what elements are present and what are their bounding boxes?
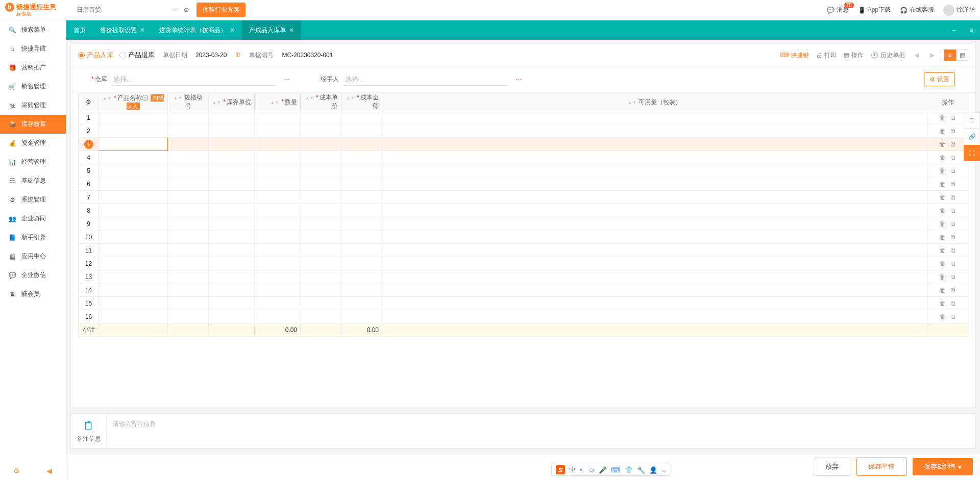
close-icon[interactable]: ✕	[230, 27, 235, 34]
delete-row-button[interactable]: 🗑	[940, 194, 946, 201]
copy-row-button[interactable]: ⧉	[951, 114, 955, 121]
table-row[interactable]: 1🗑⧉	[79, 111, 968, 124]
copy-row-button[interactable]: ⧉	[951, 287, 955, 294]
table-row[interactable]: 11🗑⧉	[79, 244, 968, 257]
sidebar-settings-button[interactable]: ⚙	[0, 462, 33, 480]
close-icon[interactable]: ✕	[140, 27, 145, 34]
tabs-minimize-button[interactable]: –	[945, 27, 963, 34]
col-price-header[interactable]: ▲▼*成本单价	[301, 93, 341, 111]
radio-product-in[interactable]: 产品入库	[78, 50, 113, 60]
table-row[interactable]: 2🗑⧉	[79, 124, 968, 138]
delete-row-button[interactable]: 🗑	[940, 234, 946, 241]
save-new-button[interactable]: 保存&新增▾	[913, 458, 973, 475]
delete-row-button[interactable]: 🗑	[940, 300, 946, 307]
gear-icon[interactable]: ⚙	[184, 7, 189, 14]
col-avail-header[interactable]: ▲▼可用量（包装）	[382, 93, 927, 111]
table-row[interactable]: 10🗑⧉	[79, 231, 968, 244]
add-row-button[interactable]: +	[84, 140, 93, 149]
delete-row-button[interactable]: 🗑	[940, 141, 946, 148]
col-name-header[interactable]: ▲▼*产品名称ⓘ 扫码录入	[99, 93, 168, 111]
copy-row-button[interactable]: ⧉	[951, 260, 955, 267]
ime-punct-icon[interactable]: •,	[580, 466, 584, 474]
product-name-cell[interactable]	[99, 270, 168, 284]
float-note-button[interactable]: 🗒	[964, 112, 980, 129]
product-name-cell[interactable]	[99, 244, 168, 257]
discard-button[interactable]: 放弃	[814, 458, 850, 476]
col-spec-header[interactable]: ▲▼规格型号	[168, 93, 209, 111]
table-row[interactable]: 5🗑⧉	[79, 164, 968, 178]
sidebar-item-purchase[interactable]: 🛍采购管理	[0, 96, 66, 115]
col-amount-header[interactable]: ▲▼*成本金额	[341, 93, 382, 111]
sidebar-item-finance[interactable]: 💰资金管理	[0, 134, 66, 153]
messages-button[interactable]: 💬 消息 70	[827, 6, 849, 14]
product-name-cell[interactable]	[99, 164, 168, 178]
next-doc-button[interactable]: ▶	[928, 52, 937, 59]
table-row[interactable]: 13🗑⧉	[79, 270, 968, 284]
ime-tool-icon[interactable]: 🔧	[637, 466, 645, 474]
col-qty-header[interactable]: ▲▼*数量	[255, 93, 301, 111]
more-icon[interactable]: ⋯	[516, 76, 522, 83]
trial-button[interactable]: 体验行业方案	[197, 3, 246, 17]
copy-row-button[interactable]: ⧉	[951, 273, 955, 281]
delete-row-button[interactable]: 🗑	[940, 260, 946, 267]
copy-row-button[interactable]: ⧉	[951, 300, 955, 307]
ime-lang[interactable]: 中	[569, 465, 576, 474]
print-button[interactable]: 🖨打印	[816, 51, 837, 60]
product-name-cell[interactable]	[99, 124, 168, 138]
product-name-cell[interactable]	[99, 151, 168, 164]
product-name-cell[interactable]	[99, 111, 168, 124]
table-row[interactable]: 14🗑⧉	[79, 284, 968, 297]
delete-row-button[interactable]: 🗑	[940, 128, 946, 135]
ime-emoji-icon[interactable]: ☺	[588, 466, 595, 474]
table-row[interactable]: 9🗑⧉	[79, 217, 968, 231]
user-menu[interactable]: 徐泽华	[943, 5, 975, 16]
shortcut-button[interactable]: ⌨快捷键	[780, 51, 809, 60]
ime-toolbar[interactable]: S 中 •, ☺ 🎤 ⌨ 👕 🔧 👤 ≡	[551, 464, 670, 476]
save-draft-button[interactable]: 保存草稿	[856, 458, 906, 476]
tab-purchase-report[interactable]: 进货单统计表（按商品）✕	[152, 20, 242, 40]
copy-row-button[interactable]: ⧉	[951, 313, 955, 320]
table-row[interactable]: 12🗑⧉	[79, 257, 968, 270]
sidebar-item-business[interactable]: 📊经营管理	[0, 153, 66, 171]
delete-row-button[interactable]: 🗑	[940, 247, 946, 254]
product-name-cell[interactable]	[99, 191, 168, 204]
copy-row-button[interactable]: ⧉	[951, 141, 955, 148]
table-row[interactable]: 15🗑⧉	[79, 297, 968, 310]
table-row[interactable]: +🗑⧉	[79, 138, 968, 151]
sidebar-item-collab[interactable]: 👥企业协同	[0, 209, 66, 228]
sidebar-item-appcenter[interactable]: ▦应用中心	[0, 247, 66, 266]
history-button[interactable]: 🕘历史单据	[871, 51, 905, 60]
sidebar-item-guide[interactable]: 📘新手引导	[0, 228, 66, 247]
product-name-cell[interactable]	[99, 231, 168, 244]
help-icon[interactable]: ⓘ	[142, 94, 148, 102]
prev-doc-button[interactable]: ◀	[912, 52, 921, 59]
settings-button[interactable]: ⚙设置	[924, 72, 955, 86]
ime-voice-icon[interactable]: 🎤	[599, 466, 607, 474]
table-row[interactable]: 6🗑⧉	[79, 178, 968, 191]
delete-row-button[interactable]: 🗑	[940, 220, 946, 228]
ime-keyboard-icon[interactable]: ⌨	[611, 466, 621, 474]
shop-selector[interactable]: 日用百货 ﹀	[77, 6, 179, 14]
ime-menu-icon[interactable]: ≡	[662, 466, 666, 474]
more-icon[interactable]: ⋯	[284, 76, 290, 83]
sidebar-item-basedata[interactable]: ☰基础信息	[0, 171, 66, 190]
delete-row-button[interactable]: 🗑	[940, 167, 946, 174]
product-name-cell[interactable]	[99, 257, 168, 270]
sidebar-item-search[interactable]: 🔍搜索菜单	[0, 20, 66, 39]
col-unit-header[interactable]: ▲▼*库存单位	[209, 93, 255, 111]
calendar-icon[interactable]: 🗓	[235, 52, 241, 59]
sidebar-item-quicknav[interactable]: ⌂快捷导航	[0, 39, 66, 58]
float-link-button[interactable]: 🔗	[964, 129, 980, 145]
product-name-cell[interactable]	[99, 297, 168, 310]
ime-user-icon[interactable]: 👤	[649, 466, 657, 474]
product-name-cell[interactable]	[99, 138, 168, 151]
delete-row-button[interactable]: 🗑	[940, 313, 946, 320]
sidebar-item-sales[interactable]: 🛒销售管理	[0, 77, 66, 96]
product-name-cell[interactable]	[99, 310, 168, 323]
table-row[interactable]: 4🗑⧉	[79, 151, 968, 164]
operate-button[interactable]: ▦操作	[844, 51, 864, 60]
product-name-cell[interactable]	[99, 204, 168, 217]
copy-row-button[interactable]: ⧉	[951, 207, 955, 214]
close-icon[interactable]: ✕	[289, 27, 294, 34]
tab-home[interactable]: 首页	[66, 20, 93, 40]
